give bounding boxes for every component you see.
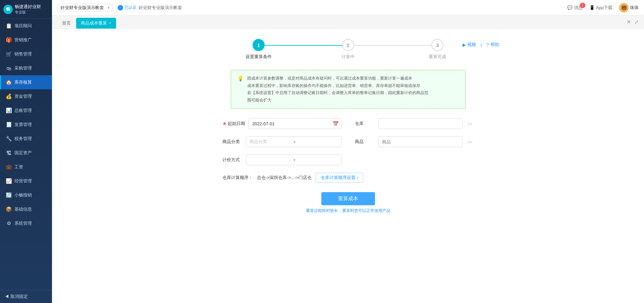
tax-icon: 🔧 xyxy=(6,136,12,142)
basic-icon: 📦 xyxy=(6,206,12,212)
help-circle-icon: ? xyxy=(486,42,489,47)
app-download-btn[interactable]: 📱 App下载 xyxy=(589,5,612,11)
sidebar-logo: 畅 畅捷通好业财 专业版 xyxy=(0,0,52,19)
sidebar-item-assets[interactable]: 🏗 固定资产 xyxy=(0,146,52,160)
window-expand-btn[interactable]: ⤢ xyxy=(634,19,639,25)
account-select[interactable]: 好业财专业版演示帐套 xyxy=(57,4,112,11)
start-date-input-wrap: 📅 xyxy=(249,118,341,129)
phone-icon: 📱 xyxy=(589,5,595,10)
category-label: 商品分类 xyxy=(222,139,243,145)
sidebar-item-finance[interactable]: 💰 资金管理 xyxy=(0,89,52,103)
step-3-circle: 3 xyxy=(431,39,443,51)
start-date-input[interactable] xyxy=(252,121,337,126)
accounting-icon: 📊 xyxy=(6,107,12,114)
warehouse-input[interactable] xyxy=(382,121,459,126)
goods-input-wrap xyxy=(378,136,463,147)
play-icon: ▶ xyxy=(463,42,466,47)
user-btn[interactable]: 🐻 珠珠 xyxy=(619,3,639,12)
sidebar-item-salary[interactable]: 💼 工资 xyxy=(0,160,52,174)
warehouse-order-row: 仓库计算顺序： 总仓->深圳仓库->...->门店仓 仓库计算顺序设置 › xyxy=(222,173,474,183)
pricing-arrow-icon: ▾ xyxy=(293,158,338,162)
window-close-btn[interactable]: ✕ xyxy=(627,19,631,25)
sidebar-item-system[interactable]: ⚙ 系统管理 xyxy=(0,216,52,230)
warehouse-order-settings-btn[interactable]: 仓库计算顺序设置 › xyxy=(316,173,363,183)
notification-badge: 1 xyxy=(580,3,585,8)
certified-shield-icon: ✓ xyxy=(118,5,123,10)
divider-text: | xyxy=(481,42,482,48)
tab-recalc[interactable]: 商品成本重算 × xyxy=(76,18,116,29)
tabbar: 首页 商品成本重算 × ✕ ⤢ xyxy=(52,15,644,29)
goods-input[interactable] xyxy=(382,139,459,144)
sidebar-item-invoice[interactable]: 🧾 发票管理 xyxy=(0,118,52,132)
main-area: 好业财专业版演示帐套 ▾ ✓ 已认证 好业财专业版演示帐套 💬 消息 1 📱 A… xyxy=(52,0,644,303)
step-1: 1 设置重算条件 xyxy=(214,39,304,60)
sidebar-item-accounting[interactable]: 📊 总账管理 xyxy=(0,103,52,118)
sidebar-item-project[interactable]: 📋 项目顾问 xyxy=(0,19,52,33)
warehouse-label: 仓库 xyxy=(355,121,375,127)
step-2-label: 计算中 xyxy=(341,54,355,60)
category-field: 商品分类 商品分类 ▾ xyxy=(222,136,341,147)
pricing-field: 计价方式 ▾ xyxy=(222,155,341,165)
pricing-label: 计价方式 xyxy=(222,157,243,163)
step-3-label: 重算完成 xyxy=(429,54,446,60)
project-icon: 📋 xyxy=(6,23,12,29)
step-2: 2 计算中 xyxy=(303,39,393,60)
account-selector-area: 好业财专业版演示帐套 ▾ xyxy=(57,4,112,11)
username: 珠珠 xyxy=(630,5,639,11)
company-name: 好业财专业版演示帐套 xyxy=(139,5,182,11)
warehouse-order-label: 仓库计算顺序： xyxy=(222,175,253,181)
avatar: 🐻 xyxy=(619,3,629,12)
sales-icon: 🛒 xyxy=(6,51,12,57)
sidebar-item-marketing[interactable]: 🎁 营销推广 xyxy=(0,33,52,47)
goods-ellipsis-btn[interactable]: ··· xyxy=(466,138,474,145)
inventory-icon: 🏠 xyxy=(6,79,12,85)
stepper-help: ▶ 视频 | ? 帮助 xyxy=(463,42,499,48)
form-area: ★ 起始日期 📅 仓库 ··· xyxy=(222,118,474,214)
start-date-field: ★ 起始日期 📅 xyxy=(222,118,341,129)
message-icon: 💬 xyxy=(567,5,573,10)
video-help-btn[interactable]: ▶ 视频 xyxy=(463,42,476,48)
marketing-icon: 🎁 xyxy=(6,37,12,43)
assets-icon: 🏗 xyxy=(6,150,12,156)
form-row-1: ★ 起始日期 📅 仓库 ··· xyxy=(222,118,474,129)
step-2-circle: 2 xyxy=(342,39,354,51)
logo-text: 畅捷通好业财 专业版 xyxy=(15,4,41,14)
warehouse-input-wrap xyxy=(378,118,463,129)
tab-close-icon[interactable]: × xyxy=(109,21,111,26)
action-area: 重算成本 重算过程耗时较长，重算时您可以正常使用产品 xyxy=(222,192,474,214)
start-date-label: ★ 起始日期 xyxy=(222,121,246,127)
stepper: 1 设置重算条件 2 计算中 3 xyxy=(214,39,482,60)
sidebar-item-sales[interactable]: 🛒 销售管理 xyxy=(0,47,52,61)
sidebar-item-purchase[interactable]: 🛍 采购管理 xyxy=(0,61,52,75)
tab-home[interactable]: 首页 xyxy=(57,18,75,29)
warehouse-ellipsis-btn[interactable]: ··· xyxy=(466,120,474,127)
sidebar-item-inventory[interactable]: 🏠 库存核算 xyxy=(0,75,52,89)
expense-icon: 🔄 xyxy=(6,192,12,198)
salary-icon: 💼 xyxy=(6,164,12,170)
sidebar: 畅 畅捷通好业财 专业版 📋 项目顾问 🎁 营销推广 🛒 销售管理 🛍 采购管理 xyxy=(0,0,52,303)
category-select[interactable]: 商品分类 ▾ xyxy=(246,136,341,147)
sidebar-item-expense[interactable]: 🔄 小畅报销 xyxy=(0,188,52,202)
notice-box: 💡 因成本计算参数调整，或是对商品成本有疑问时，可以通过成本重算功能，重新计算一… xyxy=(231,70,466,109)
sidebar-nav: 📋 项目顾问 🎁 营销推广 🛒 销售管理 🛍 采购管理 🏠 库存核算 💰 资金管… xyxy=(0,19,52,290)
account-selector-wrap[interactable]: 好业财专业版演示帐套 ▾ xyxy=(57,4,112,11)
help-btn[interactable]: ? 帮助 xyxy=(486,42,499,48)
notice-text: 因成本计算参数调整，或是对商品成本有疑问时，可以通过成本重算功能，重新计算一遍成… xyxy=(247,75,428,104)
sidebar-pin-toggle[interactable]: ◀ 取消固定 xyxy=(0,290,52,303)
warehouse-field: 仓库 ··· xyxy=(355,118,474,129)
sidebar-item-operation[interactable]: 📈 经营管理 xyxy=(0,174,52,188)
topbar-right: 💬 消息 1 📱 App下载 🐻 珠珠 xyxy=(567,3,639,12)
sidebar-item-tax[interactable]: 🔧 税务管理 xyxy=(0,132,52,146)
invoice-icon: 🧾 xyxy=(6,122,12,128)
calendar-icon[interactable]: 📅 xyxy=(333,121,338,126)
pricing-select[interactable]: ▾ xyxy=(246,155,341,165)
recalc-hint: 重算过程耗时较长，重算时您可以正常使用产品 xyxy=(222,208,474,214)
recalc-btn[interactable]: 重算成本 xyxy=(321,192,375,205)
tabbar-window-actions: ✕ ⤢ xyxy=(627,19,639,25)
message-btn[interactable]: 💬 消息 1 xyxy=(567,5,583,11)
finance-icon: 💰 xyxy=(6,93,12,99)
topbar: 好业财专业版演示帐套 ▾ ✓ 已认证 好业财专业版演示帐套 💬 消息 1 📱 A… xyxy=(52,0,644,15)
logo-icon: 畅 xyxy=(3,5,13,14)
warehouse-order-value: 总仓->深圳仓库->...->门店仓 xyxy=(257,175,312,181)
sidebar-item-basic[interactable]: 📦 基础信息 xyxy=(0,202,52,216)
